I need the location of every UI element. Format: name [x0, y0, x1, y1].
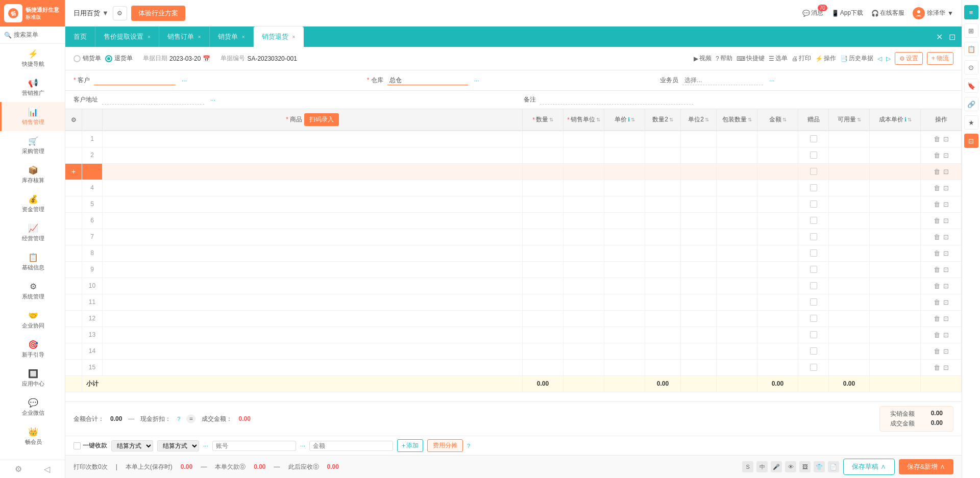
row3-avail[interactable]: [829, 163, 870, 180]
settings-button[interactable]: ⚙ 设置: [895, 52, 923, 65]
row5-delete-icon[interactable]: 🗑: [934, 200, 940, 208]
column-settings-icon[interactable]: ⚙: [71, 116, 77, 123]
row7-gift-check[interactable]: [810, 233, 817, 240]
row13-copy-icon[interactable]: ⊡: [943, 331, 949, 339]
warehouse-select-btn[interactable]: ···: [474, 77, 479, 84]
video-action[interactable]: ▶ 视频: [694, 54, 712, 63]
one-click-check-box[interactable]: [74, 442, 81, 449]
sidebar-item-apps[interactable]: 🔲 应用中心: [0, 364, 65, 393]
customer-select-btn[interactable]: ···: [182, 77, 187, 84]
row2-pack[interactable]: [717, 147, 757, 163]
row8-delete-icon[interactable]: 🗑: [934, 249, 940, 257]
right-panel-star[interactable]: ★: [964, 115, 978, 130]
right-panel-table-view[interactable]: ≡: [964, 5, 978, 19]
row13-delete-icon[interactable]: 🗑: [934, 331, 940, 339]
one-click-payment-check[interactable]: 一键收款: [74, 441, 107, 450]
tab-close-sales[interactable]: ×: [242, 34, 245, 40]
tab-sales-order[interactable]: 销售订单 ×: [159, 27, 210, 47]
warehouse-input[interactable]: [387, 76, 468, 85]
sidebar-item-inventory[interactable]: 📦 库存核算: [0, 160, 65, 189]
tab-close-price-extract[interactable]: ×: [148, 34, 151, 40]
history-prev[interactable]: ◁: [877, 55, 882, 62]
account-num-input[interactable]: [212, 441, 296, 451]
row11-gift-check[interactable]: [810, 298, 817, 306]
row5-copy-icon[interactable]: ⊡: [943, 200, 949, 208]
sidebar-item-operations[interactable]: 📈 经营管理: [0, 218, 65, 247]
sidebar-item-purchase[interactable]: 🛒 采购管理: [0, 131, 65, 160]
row13-gift-check[interactable]: [810, 331, 817, 338]
topbar-settings-button[interactable]: ⚙: [113, 6, 127, 20]
right-panel-link[interactable]: 🔗: [964, 97, 978, 111]
row4-delete-icon[interactable]: 🗑: [934, 184, 940, 192]
address-select-btn[interactable]: ···: [210, 96, 215, 104]
row3-unit[interactable]: [564, 163, 604, 180]
row15-copy-icon[interactable]: ⊡: [943, 364, 949, 371]
message-button[interactable]: 💬 消息 70: [802, 9, 823, 17]
tab-home[interactable]: 首页: [65, 27, 95, 47]
tab-maximize[interactable]: ⊡: [947, 32, 958, 42]
row3-amount[interactable]: [757, 163, 798, 180]
discount-info-icon[interactable]: ?: [177, 416, 180, 422]
amount-input[interactable]: [309, 441, 393, 451]
cost-info-icon[interactable]: ℹ: [904, 116, 906, 123]
row9-gift-check[interactable]: [810, 266, 817, 273]
row2-cost[interactable]: [870, 147, 921, 163]
avail-sort-icon[interactable]: ⇅: [857, 117, 861, 122]
unit-sort-icon[interactable]: ⇅: [596, 117, 600, 122]
row1-delete-icon[interactable]: 🗑: [934, 135, 940, 143]
address-input[interactable]: [102, 95, 204, 105]
row15-gift-check[interactable]: [810, 364, 817, 371]
row2-amount[interactable]: [757, 147, 798, 163]
tab-close-sales-order[interactable]: ×: [198, 34, 201, 40]
settlement-method-select[interactable]: 结算方式: [111, 440, 153, 451]
right-panel-special[interactable]: ⊡: [964, 134, 978, 148]
salesperson-select-btn[interactable]: ···: [769, 77, 774, 84]
right-panel-grid-view[interactable]: ⊞: [964, 23, 978, 38]
row1-qty2[interactable]: [645, 131, 681, 147]
row3-pack[interactable]: [717, 163, 757, 180]
row11-delete-icon[interactable]: 🗑: [934, 298, 940, 306]
settle-account-select[interactable]: 结算方式: [157, 440, 199, 451]
radio-return[interactable]: 退货单: [105, 54, 133, 63]
account-dots[interactable]: ···: [300, 442, 305, 449]
row2-price[interactable]: [604, 147, 645, 163]
shortcut-action[interactable]: ⌨ 快捷键: [737, 54, 765, 63]
app-download-link[interactable]: 📱 App下载: [831, 9, 863, 17]
price-info-icon[interactable]: ℹ: [628, 116, 630, 123]
radio-sale[interactable]: 销货单: [74, 54, 101, 63]
category-selector[interactable]: 日用百货 ▼: [74, 9, 109, 18]
account-select-dots[interactable]: ···: [203, 442, 208, 449]
row1-qty[interactable]: [523, 131, 564, 147]
right-panel-clipboard[interactable]: 📋: [964, 42, 978, 56]
row10-delete-icon[interactable]: 🗑: [934, 282, 940, 290]
sidebar-item-sales[interactable]: 📊 销售管理: [0, 102, 65, 131]
fee-info-icon[interactable]: ?: [467, 443, 470, 449]
row6-copy-icon[interactable]: ⊡: [943, 217, 949, 224]
cost-sort-icon[interactable]: ⇅: [908, 117, 912, 122]
row6-delete-icon[interactable]: 🗑: [934, 217, 940, 224]
scan-input-button[interactable]: 扫码录入: [304, 113, 339, 126]
row1-unit2[interactable]: [681, 131, 717, 147]
qty-sort-icon[interactable]: ⇅: [549, 117, 553, 122]
row4-gift-check[interactable]: [810, 184, 817, 191]
row8-gift-check[interactable]: [810, 249, 817, 257]
pack-sort-icon[interactable]: ⇅: [748, 117, 752, 122]
sidebar-settings-btn[interactable]: ⚙: [15, 464, 22, 474]
row1-copy-icon[interactable]: ⊡: [943, 135, 949, 143]
row3-product[interactable]: [103, 163, 523, 180]
tab-close-all[interactable]: ✕: [934, 32, 945, 42]
row14-copy-icon[interactable]: ⊡: [943, 347, 949, 355]
history-next[interactable]: ▷: [886, 55, 891, 62]
sidebar-item-basics[interactable]: 📋 基础信息: [0, 247, 65, 276]
row14-delete-icon[interactable]: 🗑: [934, 347, 940, 355]
sidebar-item-marketing[interactable]: 📢 营销推广: [0, 73, 65, 102]
tab-sales[interactable]: 销货单 ×: [210, 27, 254, 47]
amount-sort-icon[interactable]: ⇅: [782, 117, 787, 122]
row1-pack[interactable]: [717, 131, 757, 147]
row3-delete-icon[interactable]: 🗑: [934, 168, 940, 175]
save-draft-button[interactable]: 保存草稿 ∧: [843, 459, 895, 475]
qty2-sort-icon[interactable]: ⇅: [669, 117, 673, 122]
sidebar-item-system[interactable]: ⚙ 系统管理: [0, 276, 65, 306]
sidebar-item-wecom[interactable]: 💬 企业微信: [0, 393, 65, 422]
select-action[interactable]: ☰ 选单: [769, 54, 788, 63]
